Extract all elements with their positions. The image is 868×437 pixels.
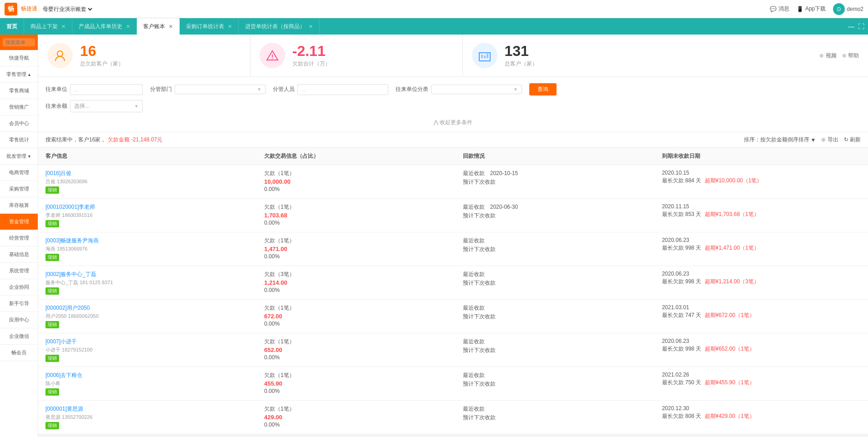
customer-name-6[interactable]: [0006]去下粮仓 — [45, 372, 82, 378]
view-btn[interactable]: ⊙ 视频 — [819, 52, 836, 60]
avatar: D — [833, 3, 845, 15]
customer-tag-1: 现销 — [45, 220, 59, 227]
filter-dept-label: 分管部门 — [150, 85, 172, 93]
message-btn[interactable]: 💬 消息 — [770, 5, 789, 13]
tab-fullscreen-icon[interactable]: ⛶ — [858, 23, 864, 30]
filter-supplier-input[interactable]: ... — [70, 84, 143, 95]
tab-customer-account-close[interactable]: ✕ — [169, 24, 173, 30]
tab-collapse-icon[interactable]: — — [848, 23, 854, 30]
sidebar-item-wechat[interactable]: 企业微信 — [0, 328, 38, 345]
tab-production-label: 产成品入库单历史 — [79, 23, 122, 30]
sidebar-item-apps[interactable]: 应用中心 — [0, 312, 38, 328]
overdue-days-3: 最长欠款 998 天 超期¥1,214.00（3笔） — [662, 278, 861, 286]
app-download-btn[interactable]: 📱 App下载 — [797, 5, 826, 13]
app-download-label: App下载 — [805, 5, 826, 13]
tab-purchase-order[interactable]: 采购订单统计表 ✕ — [180, 18, 239, 35]
query-button[interactable]: 查询 — [529, 83, 557, 95]
sidebar-item-batch-mgmt[interactable]: 批发管理 ▼ — [0, 148, 38, 165]
sidebar-item-vip[interactable]: 畅会员 — [0, 345, 38, 361]
sidebar-item-ops-label: 经营管理 — [9, 235, 29, 241]
tab-purchase-order-close[interactable]: ✕ — [228, 24, 232, 30]
filter-balance-select[interactable]: 选择... ▼ — [70, 100, 143, 112]
overdue-link-4[interactable]: 超期¥672.00（1笔） — [705, 312, 755, 318]
overdue-link-2[interactable]: 超期¥1,471.00（1笔） — [705, 245, 759, 251]
debt-count-1: 欠款（1笔） — [264, 203, 463, 211]
tab-customer-account[interactable]: 客户账本 ✕ — [137, 18, 180, 35]
recent-payment-6: 最近收款 — [463, 372, 662, 379]
next-payment-7: 预计下次收款 — [463, 414, 662, 422]
svg-point-3 — [272, 58, 273, 59]
sidebar-item-member[interactable]: 会员中心 — [0, 116, 38, 132]
chevron-down-icon-balance: ▼ — [134, 104, 139, 109]
export-btn[interactable]: ⊙ 导出 — [821, 136, 838, 144]
sidebar-item-quick-nav[interactable]: 快捷导航 — [0, 50, 38, 66]
customer-name-7[interactable]: [000001]黄思源 — [45, 406, 83, 412]
sidebar-item-marketing[interactable]: 营销推广 — [0, 99, 38, 116]
tab-products[interactable]: 商品上下架 ✕ — [24, 18, 72, 35]
sidebar-item-retail-store[interactable]: 零售商城 — [0, 83, 38, 99]
sidebar-item-system[interactable]: 系统管理 — [0, 263, 38, 279]
sort-label: 排序：按欠款金额倒序排序 — [744, 136, 809, 144]
sidebar-item-ops[interactable]: 经营管理 — [0, 230, 38, 246]
tab-incoming-close[interactable]: ✕ — [309, 24, 313, 30]
overdue-link-6[interactable]: 超期¥455.90（1笔） — [705, 379, 755, 386]
data-table: 客户信息 欠款交易信息（占比） 回款情况 到期未收款日期 [0016]吕俊 吕俊… — [38, 148, 868, 434]
tab-home[interactable]: 首页 — [0, 18, 24, 35]
overdue-link-5[interactable]: 超期¥652.00（1笔） — [705, 346, 755, 352]
customer-info-1: [0001020001]李老师 李老师 18600391516 现销 — [45, 203, 264, 227]
customer-name-2[interactable]: [0003]畅捷服务尹海燕 — [45, 237, 99, 244]
help-btn[interactable]: ⊙ 帮助 — [842, 52, 859, 60]
sidebar-item-retail-store-label: 零售商城 — [9, 88, 29, 93]
debt-count-3: 欠款（3笔） — [264, 271, 463, 278]
next-payment-4: 预计下次收款 — [463, 313, 662, 321]
col-header-debt: 欠款交易信息（占比） — [264, 152, 463, 160]
debt-info-1: 欠款（1笔） 1,703.68 0.00% — [264, 203, 463, 226]
col-header-payback: 回款情况 — [463, 152, 662, 160]
customer-contact-1: 李老师 18600391516 — [45, 212, 264, 219]
svg-rect-7 — [487, 54, 488, 58]
filter-category-input[interactable]: ▼ — [431, 85, 522, 94]
collapse-btn[interactable]: ⋀ 收起更多条件 — [434, 119, 472, 126]
customer-name-0[interactable]: [0016]吕俊 — [45, 170, 71, 176]
debt-amount-1: 1,703.68 — [264, 212, 463, 219]
sidebar-item-newbie-label: 新手引导 — [9, 301, 29, 306]
overdue-link-0[interactable]: 超期¥10,000.00（1笔） — [705, 177, 763, 184]
sidebar-item-finance[interactable]: 资金管理 — [0, 214, 38, 230]
tab-production[interactable]: 产成品入库单历史 ✕ — [72, 18, 137, 35]
export-icon: ⊙ — [821, 136, 827, 143]
sidebar-item-ecommerce[interactable]: 电商管理 — [0, 165, 38, 181]
user-btn[interactable]: D demo2 — [833, 3, 863, 15]
sidebar-item-purchase[interactable]: 采购管理 — [0, 181, 38, 197]
tab-incoming[interactable]: 进货单统计表（按商品） ✕ — [239, 18, 320, 35]
customer-name-4[interactable]: [000002]用户2050 — [45, 305, 90, 311]
customer-tag-3: 现销 — [45, 287, 59, 295]
sidebar-item-inventory[interactable]: 库存核算 — [0, 197, 38, 214]
stat-label-total: 总客户（家） — [505, 60, 537, 68]
sort-btn[interactable]: 排序：按欠款金额倒序排序 ▼ — [744, 136, 816, 144]
customer-name-3[interactable]: [0002]服务中心_丁磊 — [45, 271, 96, 277]
filter-manager-input[interactable]: ... — [297, 84, 388, 95]
tab-production-close[interactable]: ✕ — [126, 24, 130, 30]
overdue-link-3[interactable]: 超期¥1,214.00（3笔） — [705, 278, 759, 285]
customer-tag-0: 现销 — [45, 186, 59, 194]
tab-purchase-order-label: 采购订单统计表 — [186, 23, 224, 30]
customer-name-5[interactable]: [0007]小进千 — [45, 338, 77, 345]
sidebar-item-retail-mgmt[interactable]: 零售管理 ▲ — [0, 66, 38, 83]
overdue-link-1[interactable]: 超期¥1,703.68（1笔） — [705, 211, 759, 217]
sidebar-item-enterprise[interactable]: 企业协同 — [0, 279, 38, 296]
overdue-link-7[interactable]: 超期¥429.00（1笔） — [705, 413, 755, 419]
sidebar-item-newbie[interactable]: 新手引导 — [0, 296, 38, 312]
filter-dept-input[interactable]: ▼ — [175, 85, 266, 94]
tab-products-close[interactable]: ✕ — [61, 24, 65, 30]
payment-date-0: 2020-10-15 — [490, 170, 518, 176]
customer-name-1[interactable]: [0001020001]李老师 — [45, 204, 95, 210]
refresh-btn[interactable]: ↻ 刷新 — [844, 136, 861, 144]
sidebar-search-input[interactable] — [3, 38, 35, 46]
customer-info-7: [000001]黄思源 黄思源 13552700226 现销 — [45, 405, 264, 429]
sidebar-item-basic[interactable]: 基础信息 — [0, 246, 38, 263]
svg-rect-5 — [481, 55, 483, 58]
company-select[interactable]: 母婴行业演示账套 — [41, 5, 94, 13]
overdue-info-2: 2020.06.23 最长欠款 998 天 超期¥1,471.00（1笔） — [662, 237, 861, 252]
sidebar-item-retail-stats[interactable]: 零售统计 — [0, 132, 38, 148]
app-name: 畅捷通 — [21, 5, 37, 12]
